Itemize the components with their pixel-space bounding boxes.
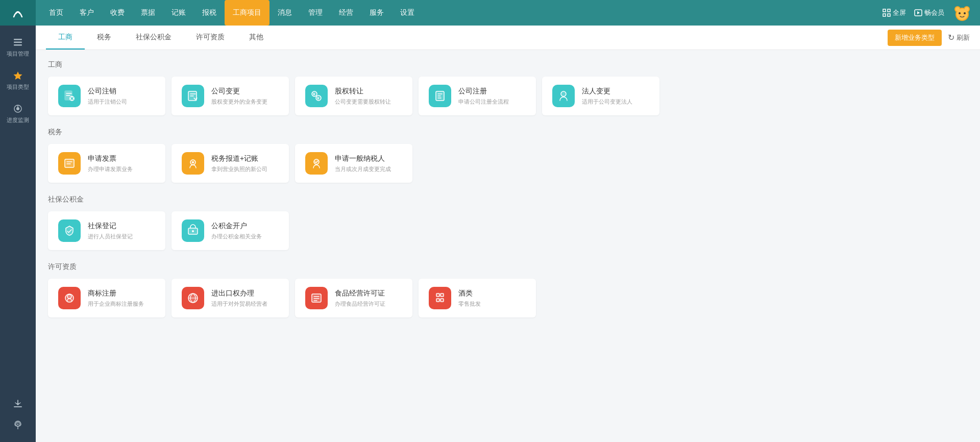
play-icon [914,9,922,17]
sidebar-item-project-manage[interactable]: 项目管理 [0,31,36,64]
svg-rect-48 [436,293,439,297]
svg-point-45 [67,294,71,299]
provident-fund-icon [182,219,204,242]
tab-actions: 新增业务类型 ↻ 刷新 [888,30,970,46]
member-label: 畅会员 [924,8,944,17]
card-legal-change[interactable]: 法人变更 适用于公司变更法人 [542,77,659,115]
nav-biz[interactable]: 工商项目 [225,0,270,26]
legal-change-desc: 适用于公司变更法人 [582,98,632,106]
section-shebao: 社保公积金 社保登记 进行人员社保登记 [48,195,968,250]
list-icon [12,37,23,48]
card-tax-report-account[interactable]: 税务报道+记账 拿到营业执照的新公司 [172,144,289,183]
logo-area [0,0,36,26]
apply-general-taxpayer-title: 申请一般纳税人 [335,154,391,163]
svg-rect-51 [440,299,444,302]
food-license-desc: 办理食品经营许可证 [335,300,385,308]
tab-gongshang[interactable]: 工商 [46,26,85,50]
download-icon-button[interactable] [9,395,27,412]
trademark-icon [58,287,81,309]
alcohol-info: 酒类 零售批发 [458,289,481,308]
card-social-insurance[interactable]: 社保登记 进行人员社保登记 [48,211,165,250]
nav-client[interactable]: 客户 [71,0,102,26]
svg-rect-15 [14,42,22,43]
company-cancel-desc: 适用于注销公司 [88,98,127,106]
svg-rect-3 [888,14,890,16]
fullscreen-button[interactable]: 全屏 [883,8,906,17]
nav-message[interactable]: 消息 [270,0,300,26]
svg-point-43 [192,230,194,232]
nav-manage[interactable]: 管理 [300,0,331,26]
card-alcohol[interactable]: 酒类 零售批发 [419,279,536,317]
import-export-desc: 适用于对外贸易经营者 [211,300,267,308]
card-company-change[interactable]: 公司变更 股权变更外的业务变更 [172,77,289,115]
nav-tax[interactable]: 报税 [194,0,225,26]
apply-general-taxpayer-desc: 当月或次月成变更完成 [335,165,391,173]
card-company-register[interactable]: 公司注册 申请公司注册全流程 [419,77,536,115]
legal-change-title: 法人变更 [582,87,632,96]
svg-text:¥: ¥ [317,96,320,101]
tax-report-account-info: 税务报道+记账 拿到营业执照的新公司 [211,154,267,173]
import-export-info: 进出口权办理 适用于对外贸易经营者 [211,289,267,308]
card-trademark[interactable]: 商标注册 用于企业商标注册服务 [48,279,165,317]
svg-marker-17 [14,71,22,80]
svg-marker-24 [16,403,20,405]
card-food-license[interactable]: 食品经营许可证 办理食品经营许可证 [295,279,412,317]
member-button[interactable]: 畅会员 [914,8,944,17]
tab-xuke[interactable]: 许可资质 [184,26,237,50]
sidebar-item-project-type[interactable]: 项目类型 [0,64,36,97]
apply-general-taxpayer-icon [305,152,328,175]
svg-point-40 [192,161,194,163]
card-apply-general-taxpayer[interactable]: 申请一般纳税人 当月或次月成变更完成 [295,144,412,183]
card-provident-fund[interactable]: 公积金开户 办理公积金相关业务 [172,211,289,250]
svg-rect-14 [14,39,22,40]
food-license-title: 食品经营许可证 [335,289,385,298]
card-import-export[interactable]: 进出口权办理 适用于对外贸易经营者 [172,279,289,317]
alcohol-desc: 零售批发 [458,300,481,308]
card-company-cancel[interactable]: 公司注销 适用于注销公司 [48,77,165,115]
card-apply-invoice[interactable]: 申请发票 办理申请发票业务 [48,144,165,183]
nav-accounting[interactable]: 记账 [163,0,194,26]
nav-invoice[interactable]: 票据 [133,0,163,26]
sidebar-item-label: 项目类型 [7,83,29,91]
svg-rect-50 [436,299,439,302]
svg-text:¥: ¥ [313,92,315,96]
fullscreen-icon [883,9,891,17]
svg-marker-5 [917,11,920,14]
section-title-gongshang: 工商 [48,60,968,69]
location-icon-button[interactable] [9,416,27,434]
scroll-content: 工商 公司注销 [36,50,980,442]
svg-point-26 [17,424,19,425]
alcohol-title: 酒类 [458,289,481,298]
tab-qita[interactable]: 其他 [237,26,276,50]
nav-right: 全屏 畅会员 [883,3,980,22]
main-layout: 项目管理 项目类型 进度监测 [0,26,980,442]
svg-point-13 [965,7,969,11]
nav-fee[interactable]: 收费 [102,0,133,26]
sidebar: 项目管理 项目类型 进度监测 [0,26,36,442]
svg-rect-16 [14,44,22,46]
section-title-shebao: 社保公积金 [48,195,968,204]
section-gongshang: 工商 公司注销 [48,60,968,115]
sidebar-item-progress-monitor[interactable]: 进度监测 [0,97,36,130]
nav-service[interactable]: 服务 [361,0,392,26]
nav-settings[interactable]: 设置 [392,0,423,26]
nav-operation[interactable]: 经营 [331,0,361,26]
svg-rect-0 [883,9,886,12]
food-license-info: 食品经营许可证 办理食品经营许可证 [335,289,385,308]
cards-grid-xuke: 商标注册 用于企业商标注册服务 进出口权办理 [48,279,968,317]
equity-transfer-desc: 公司变更需要股权转让 [335,98,391,106]
tax-report-account-title: 税务报道+记账 [211,154,267,163]
apply-invoice-icon [58,152,81,175]
legal-change-info: 法人变更 适用于公司变更法人 [582,87,632,106]
chart-icon [12,103,23,114]
svg-rect-38 [65,159,74,167]
tab-shuiwu[interactable]: 税务 [85,26,124,50]
company-change-desc: 股权变更外的业务变更 [211,98,267,106]
company-change-icon [182,85,204,107]
refresh-button[interactable]: ↻ 刷新 [948,33,970,42]
nav-home[interactable]: 首页 [41,0,71,26]
tab-shebao[interactable]: 社保公积金 [124,26,184,50]
equity-transfer-title: 股权转让 [335,87,391,96]
new-type-button[interactable]: 新增业务类型 [888,30,942,46]
card-equity-transfer[interactable]: ¥ ¥ 股权转让 公司变更需要股权转让 [295,77,412,115]
